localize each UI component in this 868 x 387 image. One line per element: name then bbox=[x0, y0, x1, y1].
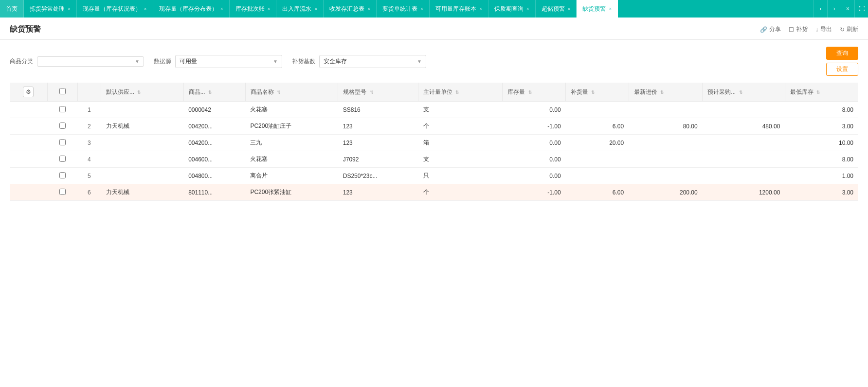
column-gear: ⚙ bbox=[10, 83, 47, 102]
row-checkbox-3[interactable] bbox=[59, 139, 66, 145]
nav-arrow-controls: ‹ › × ⛶ bbox=[814, 0, 868, 18]
export-label: 导出 bbox=[820, 25, 832, 34]
datasource-filter-select[interactable]: 可用量 ▼ bbox=[175, 55, 282, 68]
nav-tab-available[interactable]: 可用量库存账本 × bbox=[430, 0, 488, 18]
row-unit-1: 支 bbox=[418, 102, 503, 118]
datasource-filter-value: 可用量 bbox=[180, 57, 273, 66]
nav-tab-flow[interactable]: 出入库流水 × bbox=[276, 0, 324, 18]
row-name-1: 火花塞 bbox=[245, 102, 338, 118]
row-checkbox-5[interactable] bbox=[59, 172, 66, 178]
row-gear-cell bbox=[10, 135, 47, 151]
category-filter-select[interactable]: ▼ bbox=[37, 56, 144, 67]
row-est-purchase-3 bbox=[703, 135, 785, 151]
column-code[interactable]: 商品... ⇅ bbox=[183, 83, 245, 102]
row-name-3: 三九 bbox=[245, 135, 338, 151]
column-est-purchase[interactable]: 预计采购... ⇅ bbox=[703, 83, 785, 102]
row-code-6: 801110... bbox=[183, 184, 245, 201]
column-spec[interactable]: 规格型号 ⇅ bbox=[338, 83, 418, 102]
code-sort-icon: ⇅ bbox=[208, 90, 212, 95]
row-spec-1: SS816 bbox=[338, 102, 418, 118]
nav-tab-summary-close[interactable]: × bbox=[367, 6, 370, 12]
row-checkbox-1[interactable] bbox=[59, 106, 66, 112]
nav-next-button[interactable]: › bbox=[827, 0, 841, 18]
export-button[interactable]: ↓ 导出 bbox=[815, 25, 832, 34]
column-latest-price[interactable]: 最新进价 ⇅ bbox=[629, 83, 702, 102]
nav-tab-stock-dist-close[interactable]: × bbox=[220, 6, 223, 12]
nav-tab-expiry[interactable]: 保质期查询 × bbox=[488, 0, 536, 18]
row-checkbox-cell bbox=[47, 184, 77, 201]
row-gear-cell bbox=[10, 151, 47, 168]
column-stock[interactable]: 库存量 ⇅ bbox=[503, 83, 566, 102]
nav-tab-stock-dist[interactable]: 现存量（库存分布表） × bbox=[153, 0, 230, 18]
export-icon: ↓ bbox=[815, 26, 818, 33]
nav-tab-overstock-label: 超储预警 bbox=[542, 5, 565, 13]
row-name-4: 火花塞 bbox=[245, 151, 338, 168]
nav-tab-home[interactable]: 首页 bbox=[0, 0, 24, 18]
row-min-stock-2: 3.00 bbox=[785, 118, 858, 135]
nav-tab-picking[interactable]: 拣货异常处理 × bbox=[24, 0, 77, 18]
nav-tab-stock-dist-label: 现存量（库存分布表） bbox=[159, 5, 217, 13]
nav-tab-batch[interactable]: 库存批次账 × bbox=[230, 0, 277, 18]
nav-fullscreen-button[interactable]: ⛶ bbox=[854, 0, 868, 18]
query-button[interactable]: 查询 bbox=[826, 47, 858, 60]
nav-prev-button[interactable]: ‹ bbox=[814, 0, 827, 18]
nav-tab-shortage[interactable]: 缺货预警 × bbox=[577, 0, 618, 18]
row-num-5: 5 bbox=[77, 168, 101, 184]
nav-tab-flow-label: 出入库流水 bbox=[282, 5, 311, 13]
nav-tab-summary[interactable]: 收发存汇总表 × bbox=[324, 0, 377, 18]
row-unit-2: 个 bbox=[418, 118, 503, 135]
share-button[interactable]: 🔗 分享 bbox=[760, 25, 781, 34]
nav-tab-shortage-label: 缺货预警 bbox=[582, 5, 606, 13]
nav-tab-overstock-close[interactable]: × bbox=[568, 6, 571, 12]
select-all-checkbox[interactable] bbox=[59, 88, 66, 94]
nav-tab-stock-status[interactable]: 现存量（库存状况表） × bbox=[77, 0, 153, 18]
row-stock-5: 0.00 bbox=[503, 168, 566, 184]
nav-tab-overstock[interactable]: 超储预警 × bbox=[536, 0, 577, 18]
replenish-filter-value: 安全库存 bbox=[324, 57, 417, 66]
row-checkbox-2[interactable] bbox=[59, 123, 66, 129]
column-name[interactable]: 商品名称 ⇅ bbox=[245, 83, 338, 102]
nav-tab-home-label: 首页 bbox=[6, 5, 18, 13]
row-est-purchase-4 bbox=[703, 151, 785, 168]
est-purchase-sort-icon: ⇅ bbox=[739, 90, 743, 95]
latest-price-sort-icon: ⇅ bbox=[660, 90, 664, 95]
row-num-3: 3 bbox=[77, 135, 101, 151]
row-spec-5: DS250*23c... bbox=[338, 168, 418, 184]
replenish-button[interactable]: ☐ 补货 bbox=[789, 25, 808, 34]
nav-tab-expiry-close[interactable]: × bbox=[526, 6, 529, 12]
row-code-4: 004600... bbox=[183, 151, 245, 168]
column-min-stock[interactable]: 最低库存 ⇅ bbox=[785, 83, 858, 102]
nav-tab-requisition[interactable]: 要货单统计表 × bbox=[377, 0, 430, 18]
nav-tab-stock-status-close[interactable]: × bbox=[144, 6, 147, 12]
nav-tab-picking-close[interactable]: × bbox=[68, 6, 71, 12]
column-replenish[interactable]: 补货量 ⇅ bbox=[566, 83, 629, 102]
column-supplier[interactable]: 默认供应... ⇅ bbox=[101, 83, 184, 102]
settings-button[interactable]: 设置 bbox=[826, 63, 858, 76]
replenish-filter-select[interactable]: 安全库存 ▼ bbox=[319, 55, 426, 68]
nav-tab-available-close[interactable]: × bbox=[479, 6, 482, 12]
refresh-button[interactable]: ↻ 刷新 bbox=[840, 25, 858, 34]
row-stock-2: -1.00 bbox=[503, 118, 566, 135]
column-settings-icon[interactable]: ⚙ bbox=[23, 87, 34, 97]
nav-tab-flow-close[interactable]: × bbox=[314, 6, 317, 12]
row-spec-4: J7092 bbox=[338, 151, 418, 168]
table-row: 2 力天机械 004200... PC200油缸庄子 123 个 -1.00 6… bbox=[10, 118, 858, 135]
column-unit[interactable]: 主计量单位 ⇅ bbox=[418, 83, 503, 102]
row-num-1: 1 bbox=[77, 102, 101, 118]
row-unit-4: 支 bbox=[418, 151, 503, 168]
nav-tab-available-label: 可用量库存账本 bbox=[435, 5, 476, 13]
row-checkbox-6[interactable] bbox=[59, 189, 66, 195]
row-est-purchase-6: 1200.00 bbox=[703, 184, 785, 201]
row-code-1: 0000042 bbox=[183, 102, 245, 118]
nav-tab-shortage-close[interactable]: × bbox=[609, 6, 612, 12]
nav-tab-batch-close[interactable]: × bbox=[268, 6, 271, 12]
nav-close-all-button[interactable]: × bbox=[841, 0, 854, 18]
row-stock-6: -1.00 bbox=[503, 184, 566, 201]
refresh-icon: ↻ bbox=[840, 26, 845, 33]
main-content: 缺货预警 🔗 分享 ☐ 补货 ↓ 导出 ↻ 刷新 商品分类 bbox=[0, 18, 868, 387]
nav-tab-requisition-close[interactable]: × bbox=[420, 6, 423, 12]
nav-tab-picking-label: 拣货异常处理 bbox=[30, 5, 65, 13]
row-latest-price-1 bbox=[629, 102, 702, 118]
replenish-label: 补货 bbox=[796, 25, 808, 34]
row-checkbox-4[interactable] bbox=[59, 156, 66, 162]
